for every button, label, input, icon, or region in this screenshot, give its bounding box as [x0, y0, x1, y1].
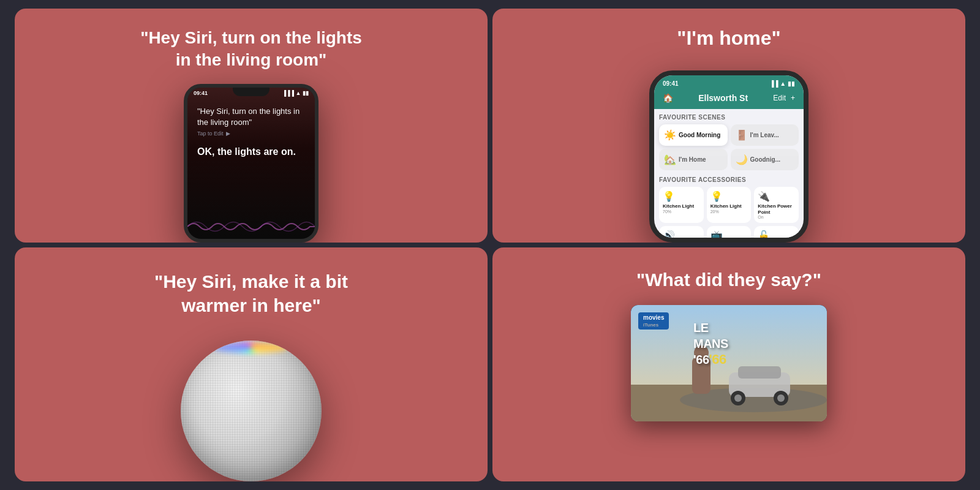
scene-good-morning[interactable]: ☀️ Good Morning — [659, 124, 728, 146]
scenes-grid: ☀️ Good Morning 🚪 I'm Leav... 🏡 I'm Home — [659, 124, 799, 170]
light1-name: Kitchen Light — [663, 203, 700, 209]
movies-badge: movies iTunes — [638, 312, 669, 330]
scene-leaving[interactable]: 🚪 I'm Leav... — [731, 124, 799, 146]
home2-icon: 🏡 — [664, 154, 676, 165]
card-siri-warmer: "Hey Siri, make it a bit warmer in here" — [15, 247, 488, 481]
iphone-home-mockup: 09:41 ▐▐ ▲ ▮▮ 🏠 Ellsworth St Edit + Favo… — [649, 70, 809, 243]
card4-quote: "What did they say?" — [636, 270, 821, 290]
main-grid: "Hey Siri, turn on the lights in the liv… — [12, 6, 968, 484]
card-what-did-they-say: "What did they say?" — [492, 247, 965, 481]
scene-night-label: Goodnig... — [750, 156, 780, 163]
iphone-screen: 09:41 ▐▐▐ ▲ ▮▮ "Hey Siri, turn on the li… — [187, 88, 315, 239]
homepod-container — [165, 336, 337, 481]
home-content: Favourite Scenes ☀️ Good Morning 🚪 I'm L… — [654, 109, 804, 243]
home-icon[interactable]: 🏠 — [663, 93, 673, 103]
movie-title: LE MANS '66'66 — [693, 320, 728, 368]
acc-front-door[interactable]: 🔓 Front Door Unlocked — [754, 226, 799, 243]
iphone-siri-mockup: 09:41 ▐▐▐ ▲ ▮▮ "Hey Siri, turn on the li… — [184, 84, 318, 243]
tv-screen: movies iTunes LE MANS '66'66 — [631, 305, 827, 421]
accessories-grid: 💡 Kitchen Light 70% 💡 Kitchen Light 20% … — [659, 187, 799, 243]
light2-name: Kitchen Light — [710, 203, 748, 209]
night-icon: 🌙 — [736, 154, 748, 165]
siri-waveform — [187, 214, 315, 239]
accessories-title: Favourite Accessories — [659, 176, 799, 183]
home-nav-actions: Edit + — [773, 94, 795, 102]
light1-status: 70% — [663, 209, 700, 214]
siri-tap-hint: Tap to Edit ▶ — [197, 130, 305, 137]
edit-button[interactable]: Edit — [773, 94, 786, 102]
scene-home-label: I'm Home — [679, 156, 706, 163]
homepod-icon: 🔊 — [663, 230, 700, 241]
home-app-screen: 09:41 ▐▐ ▲ ▮▮ 🏠 Ellsworth St Edit + Favo… — [654, 75, 804, 238]
card-siri-lights: "Hey Siri, turn on the lights in the liv… — [15, 9, 488, 243]
scenes-title: Favourite Scenes — [659, 114, 799, 121]
tv-overlay: movies iTunes LE MANS '66'66 — [631, 305, 827, 421]
home-location: Ellsworth St — [698, 93, 748, 103]
card-im-home: "I'm home" 09:41 ▐▐ ▲ ▮▮ 🏠 Ellsworth St … — [492, 9, 965, 243]
home-nav-bar: 🏠 Ellsworth St Edit + — [654, 89, 804, 109]
tv-mockup: movies iTunes LE MANS '66'66 — [631, 305, 827, 421]
scene-leaving-label: I'm Leav... — [750, 132, 779, 138]
home-time: 09:41 — [663, 80, 679, 87]
scene-im-home[interactable]: 🏡 I'm Home — [659, 149, 728, 170]
siri-query-text: "Hey Siri, turn on the lights in the liv… — [197, 106, 305, 128]
acc-homepod[interactable]: 🔊 Kitchen HomePod Playing — [659, 226, 704, 243]
homepod-ring — [214, 342, 288, 353]
siri-content: "Hey Siri, turn on the lights in the liv… — [187, 99, 315, 165]
card2-quote: "I'm home" — [677, 27, 781, 50]
homepod-mesh — [181, 341, 322, 481]
card1-quote: "Hey Siri, turn on the lights in the liv… — [135, 27, 368, 72]
iphone-notch — [233, 88, 270, 96]
light2-status: 20% — [710, 209, 748, 214]
light2-icon: 💡 — [710, 190, 748, 202]
light1-icon: 💡 — [663, 190, 700, 202]
power-name: Kitchen Power Point — [758, 203, 795, 215]
acc-power-point[interactable]: 🔌 Kitchen Power Point On — [754, 187, 799, 223]
acc-kitchen-light-1[interactable]: 💡 Kitchen Light 70% — [659, 187, 704, 223]
home-signal: ▐▐ ▲ ▮▮ — [769, 80, 795, 87]
time-display: 09:41 — [194, 90, 208, 96]
siri-response-text: OK, the lights are on. — [197, 146, 305, 157]
door-icon: 🔓 — [758, 230, 795, 241]
tv-badge-area: movies iTunes LE MANS '66'66 — [638, 312, 669, 330]
acc-kitchen-light-2[interactable]: 💡 Kitchen Light 20% — [707, 187, 752, 223]
scene-goodnight[interactable]: 🌙 Goodnig... — [731, 149, 799, 170]
home-status-bar: 09:41 ▐▐ ▲ ▮▮ — [654, 75, 804, 89]
leaving-icon: 🚪 — [736, 129, 748, 141]
play-icon: ▶ — [226, 130, 230, 137]
power-status: On — [758, 215, 795, 219]
add-button[interactable]: + — [791, 94, 795, 102]
homepod-mini — [181, 341, 322, 481]
tv-icon: 📺 — [710, 230, 748, 241]
scene-morning-label: Good Morning — [679, 132, 720, 138]
movies-badge-container: movies iTunes — [638, 312, 669, 330]
morning-icon: ☀️ — [664, 129, 676, 141]
power-icon: 🔌 — [758, 190, 795, 202]
signal-icons: ▐▐▐ ▲ ▮▮ — [282, 90, 309, 96]
acc-tv[interactable]: 📺 Kitchen TV On — [707, 226, 752, 243]
card3-quote: "Hey Siri, make it a bit warmer in here" — [129, 270, 374, 317]
